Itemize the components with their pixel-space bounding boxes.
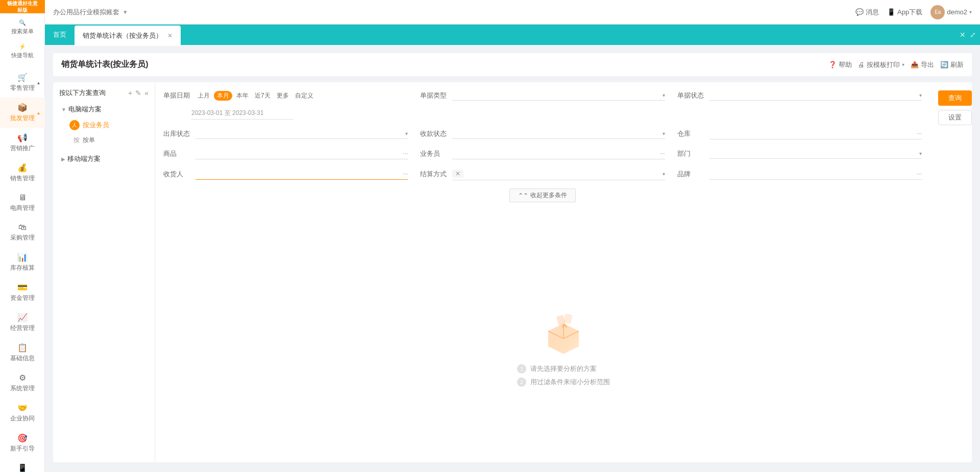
filter-doc-status: 单据状态 ▾ xyxy=(677,90,922,101)
brand-select[interactable]: ··· xyxy=(709,168,922,180)
date-tab-custom[interactable]: 自定义 xyxy=(293,91,315,101)
scheme-group-mobile-header[interactable]: ▶ 移动端方案 xyxy=(57,151,151,167)
refresh-btn[interactable]: 🔄 刷新 xyxy=(940,60,964,69)
add-scheme-icon[interactable]: + xyxy=(128,89,132,97)
tab-close-icon[interactable]: ✕ xyxy=(167,32,173,39)
enterprise-icon: 🤝 xyxy=(17,403,28,413)
sales-icon: 💰 xyxy=(17,163,28,173)
sidebar-item-system-label: 系统管理 xyxy=(10,384,35,393)
doc-status-select[interactable]: ▾ xyxy=(709,90,922,101)
content-body: 按以下方案查询 + ✎ « ▼ 电脑端方案 xyxy=(53,82,972,462)
sidebar-item-inventory[interactable]: 📊 库存核算 xyxy=(0,247,45,277)
doc-type-chevron: ▾ xyxy=(663,92,665,98)
settings-btn[interactable]: 设置 xyxy=(938,110,972,125)
user-menu[interactable]: Ea demo2 ▾ xyxy=(930,5,972,19)
help-btn[interactable]: ❓ 帮助 xyxy=(828,60,852,69)
date-range-display: 2023-03-01 至 2023-03-31 xyxy=(163,109,922,120)
consignee-more-icon[interactable]: ··· xyxy=(403,170,408,177)
user-dropdown-icon: ▾ xyxy=(969,9,972,15)
tab-home[interactable]: 首页 xyxy=(45,25,75,45)
shipment-label: 出库状态 xyxy=(163,129,191,138)
filter-settle: 结算方式 ✕ ▾ xyxy=(420,168,665,180)
settle-label: 结算方式 xyxy=(420,170,448,179)
sidebar-item-wholesale[interactable]: 📦 批发管理 xyxy=(0,98,45,128)
product-more-icon[interactable]: ··· xyxy=(403,150,408,157)
product-select[interactable]: ··· xyxy=(195,148,408,159)
payment-select[interactable]: ▾ xyxy=(452,129,665,139)
app-logo: 畅捷通好生意 标版 xyxy=(0,0,45,13)
sidebar-item-enterprise[interactable]: 🤝 企业协同 xyxy=(0,398,45,428)
sidebar-item-marketing[interactable]: 📢 营销推广 xyxy=(0,128,45,158)
filter-row-4: 收货人 ··· 结算方式 xyxy=(163,168,922,180)
collapse-panel-icon[interactable]: « xyxy=(144,89,149,97)
by-salesperson-label: 按业务员 xyxy=(83,121,109,130)
collapse-chevron-icon: ⌃⌃ xyxy=(518,192,528,199)
sidebar-item-finance-label: 资金管理 xyxy=(10,294,35,302)
tab-sales-stat[interactable]: 销货单统计表（按业务员） ✕ xyxy=(75,26,181,46)
sidebar-shortcut[interactable]: ⚡ 快捷导航 xyxy=(11,39,34,63)
department-label: 部门 xyxy=(677,149,705,158)
sidebar-item-basic[interactable]: 📋 基础信息 xyxy=(0,338,45,368)
filter-row-3: 商品 ··· 业务员 xyxy=(163,148,922,159)
print-btn[interactable]: 🖨 按模板打印 ▾ xyxy=(858,60,904,69)
warehouse-select[interactable]: ··· xyxy=(709,128,922,139)
department-select[interactable]: ▾ xyxy=(709,149,922,159)
left-scheme-panel: 按以下方案查询 + ✎ « ▼ 电脑端方案 xyxy=(53,82,155,462)
tab-sales-stat-label: 销货单统计表（按业务员） xyxy=(83,31,162,40)
page-header: 销货单统计表(按业务员) ❓ 帮助 🖨 按模板打印 ▾ 📤 导出 🔄 刷新 xyxy=(53,53,972,76)
date-tab-this-year[interactable]: 本年 xyxy=(234,91,251,101)
sidebar-item-system[interactable]: ⚙ 系统管理 xyxy=(0,368,45,398)
purchase-icon: 🛍 xyxy=(18,223,27,232)
app-download-btn[interactable]: 📱 App下载 xyxy=(887,8,922,17)
breadcrumb-dropdown-icon[interactable]: ▾ xyxy=(124,8,127,16)
svg-rect-1 xyxy=(564,314,573,324)
marketing-icon: 📢 xyxy=(17,133,28,143)
sidebar-item-wholesale-label: 批发管理 xyxy=(10,114,35,123)
empty-steps: 1 请先选择要分析的方案 2 用过滤条件来缩小分析范围 xyxy=(517,364,610,391)
message-btn[interactable]: 💬 消息 xyxy=(855,8,879,17)
collapse-btn[interactable]: ⌃⌃ 收起更多条件 xyxy=(509,188,576,202)
sidebar-item-finance[interactable]: 💳 资金管理 xyxy=(0,277,45,308)
sidebar-item-sales[interactable]: 💰 销售管理 xyxy=(0,158,45,188)
by-order-icon: 按 xyxy=(74,136,80,145)
settle-tag-delete[interactable]: ✕ xyxy=(455,170,460,177)
page-actions: ❓ 帮助 🖨 按模板打印 ▾ 📤 导出 🔄 刷新 xyxy=(828,60,964,69)
sidebar-item-appstore[interactable]: 📱 应用中心 xyxy=(0,458,45,472)
sidebar-search-label: 搜索菜单 xyxy=(11,28,34,35)
settle-select[interactable]: ✕ ▾ xyxy=(452,168,665,180)
salesperson-select[interactable]: ··· xyxy=(452,148,665,159)
edit-scheme-icon[interactable]: ✎ xyxy=(135,89,141,97)
sidebar-item-retail[interactable]: 🛒 零售管理 xyxy=(0,67,45,98)
warehouse-more-icon[interactable]: ··· xyxy=(917,130,922,137)
date-tab-this-month[interactable]: 本月 xyxy=(214,91,232,101)
scheme-item-by-order[interactable]: 按 按单 xyxy=(57,133,151,147)
inventory-icon: 📊 xyxy=(17,252,28,262)
doc-type-select[interactable]: ▾ xyxy=(452,90,665,101)
sidebar-item-newbie[interactable]: 🎯 新手引导 xyxy=(0,428,45,458)
consignee-input[interactable]: ··· xyxy=(195,168,408,180)
scheme-item-by-salesperson[interactable]: 人 按业务员 xyxy=(57,117,151,133)
tab-maximize-icon[interactable]: ⤢ xyxy=(970,31,976,39)
scheme-group-pc: ▼ 电脑端方案 人 按业务员 按 按单 xyxy=(57,102,151,147)
mobile-group-arrow: ▶ xyxy=(61,156,65,162)
help-icon: ❓ xyxy=(828,61,837,68)
date-tab-last-month[interactable]: 上月 xyxy=(195,91,212,101)
brand-more-icon[interactable]: ··· xyxy=(917,170,922,177)
sidebar-item-purchase[interactable]: 🛍 采购管理 xyxy=(0,218,45,247)
tab-close-all-icon[interactable]: ✕ xyxy=(960,31,966,39)
step-1-num: 1 xyxy=(517,364,526,373)
query-btn[interactable]: 查询 xyxy=(938,90,972,106)
sidebar-search[interactable]: 🔍 搜索菜单 xyxy=(11,13,34,39)
date-tab-more[interactable]: 更多 xyxy=(275,91,291,101)
salesperson-more-icon[interactable]: ··· xyxy=(660,150,665,157)
scheme-group-pc-header[interactable]: ▼ 电脑端方案 xyxy=(57,102,151,117)
empty-step-1: 1 请先选择要分析的方案 xyxy=(517,364,610,373)
breadcrumb: 办公用品行业模拟账套 xyxy=(53,8,119,17)
shipment-select[interactable]: ▾ xyxy=(195,129,408,139)
export-btn[interactable]: 📤 导出 xyxy=(911,60,934,69)
sidebar-item-operation[interactable]: 📈 经营管理 xyxy=(0,308,45,338)
filter-department: 部门 ▾ xyxy=(677,148,922,159)
date-tab-last7[interactable]: 近7天 xyxy=(253,91,273,101)
sidebar-item-ecommerce[interactable]: 🖥 电商管理 xyxy=(0,188,45,218)
retail-icon: 🛒 xyxy=(17,73,28,82)
